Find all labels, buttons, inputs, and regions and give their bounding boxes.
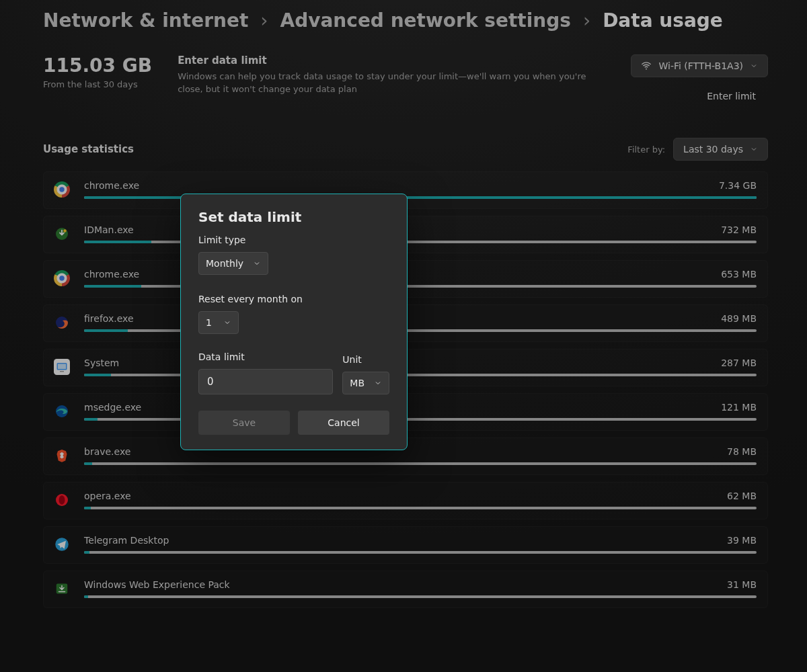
cancel-button[interactable]: Cancel (298, 411, 389, 435)
reset-day-value: 1 (206, 317, 212, 328)
limit-type-label: Limit type (198, 235, 389, 245)
data-limit-input[interactable] (206, 375, 325, 388)
data-limit-label: Data limit (198, 351, 333, 362)
chevron-down-icon (223, 319, 231, 327)
dialog-title: Set data limit (198, 209, 389, 225)
chevron-down-icon (253, 259, 261, 267)
unit-label: Unit (342, 354, 389, 365)
set-data-limit-dialog: Set data limit Limit type Monthly Reset … (180, 194, 408, 450)
unit-select[interactable]: MB (342, 372, 389, 394)
reset-day-label: Reset every month on (198, 294, 389, 304)
chevron-down-icon (374, 379, 382, 387)
limit-type-select[interactable]: Monthly (198, 252, 268, 275)
data-limit-input-wrap[interactable] (198, 369, 333, 394)
reset-day-select[interactable]: 1 (198, 311, 239, 334)
save-button[interactable]: Save (198, 411, 290, 435)
limit-type-value: Monthly (206, 258, 243, 269)
unit-value: MB (350, 378, 364, 388)
